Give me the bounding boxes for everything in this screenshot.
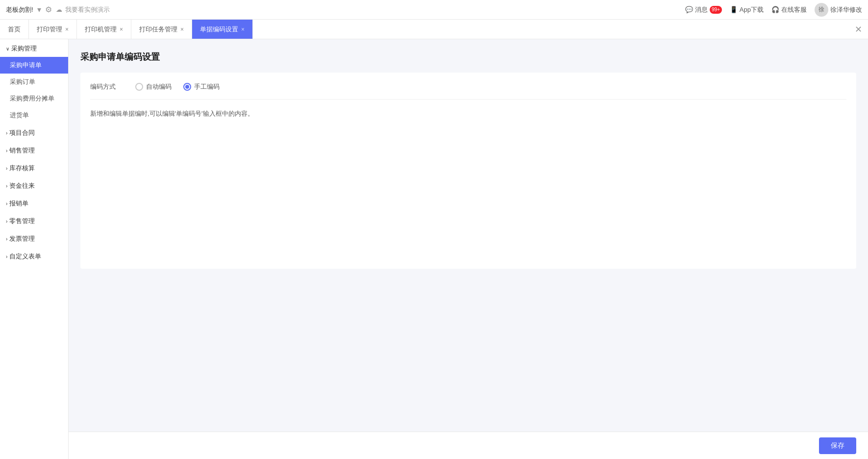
- user-name: 徐泽华修改: [830, 5, 862, 14]
- chevron-sales-icon: ›: [6, 148, 7, 153]
- top-bar-right: 💬 消息 99+ 📱 App下载 🎧 在线客服 徐 徐泽华修改: [685, 3, 862, 17]
- save-button[interactable]: 保存: [819, 437, 856, 454]
- sidebar-item-stock-in[interactable]: 进货单: [0, 107, 68, 124]
- sidebar-group-inventory-label: 库存核算: [9, 164, 35, 173]
- sidebar-item-purchase-order-label: 采购订单: [10, 78, 35, 85]
- chevron-invoice-icon: ›: [6, 236, 7, 242]
- top-bar: 老板勿割! ▾ ⚙ ☁ 我要看实例演示 💬 消息 99+ 📱 App下载 🎧 在…: [0, 0, 868, 20]
- radio-auto[interactable]: 自动编码: [135, 82, 172, 91]
- search-bar[interactable]: ☁ 我要看实例演示: [56, 5, 110, 14]
- sidebar-group-invoice-label: 发票管理: [9, 234, 35, 243]
- sidebar-group-retail: › 零售管理: [0, 212, 68, 230]
- user-menu[interactable]: 徐 徐泽华修改: [815, 3, 862, 17]
- service-icon: 🎧: [771, 6, 779, 13]
- tab-printer-manage-close[interactable]: ×: [120, 26, 123, 33]
- message-badge: 99+: [710, 6, 722, 14]
- sidebar-group-custom-label: 自定义表单: [9, 252, 41, 261]
- cloud-icon: ☁: [56, 6, 62, 13]
- chevron-project-icon: ›: [6, 130, 7, 136]
- sidebar-group-return: › 报销单: [0, 194, 68, 212]
- tab-print-task[interactable]: 打印任务管理 ×: [131, 20, 192, 39]
- main-area: 采购申请单编码设置 编码方式 自动编码 手工编码: [69, 39, 868, 459]
- sidebar-group-project: › 项目合同: [0, 124, 68, 141]
- app-icon: 📱: [730, 6, 738, 13]
- sidebar-group-inventory: › 库存核算: [0, 159, 68, 177]
- tab-print-manage-label: 打印管理: [37, 25, 62, 34]
- message-icon: 💬: [685, 6, 693, 13]
- settings-icon[interactable]: ⚙: [45, 5, 52, 14]
- sidebar-item-purchase-order[interactable]: 采购订单: [0, 74, 68, 90]
- sidebar-group-invoice: › 发票管理: [0, 230, 68, 247]
- online-service-button[interactable]: 🎧 在线客服: [771, 5, 807, 14]
- tab-barcode-setting-label: 单据编码设置: [200, 25, 238, 34]
- sidebar-group-capital-title[interactable]: › 资金往来: [0, 177, 68, 194]
- radio-manual-circle[interactable]: [183, 83, 191, 91]
- chevron-custom-icon: ›: [6, 254, 7, 259]
- chevron-capital-icon: ›: [6, 183, 7, 189]
- sidebar-group-purchase-title[interactable]: ∨ 采购管理: [0, 39, 68, 57]
- sidebar-group-sales-label: 销售管理: [9, 146, 35, 155]
- top-bar-left: 老板勿割! ▾ ⚙ ☁ 我要看实例演示: [6, 5, 110, 14]
- sidebar-group-sales: › 销售管理: [0, 141, 68, 159]
- chevron-purchase-icon: ∨: [6, 46, 9, 51]
- sidebar-group-retail-label: 零售管理: [9, 217, 35, 226]
- sidebar-group-sales-title[interactable]: › 销售管理: [0, 141, 68, 159]
- message-button[interactable]: 💬 消息 99+: [685, 5, 722, 14]
- sidebar-item-purchase-request-label: 采购申请单: [10, 61, 42, 69]
- chevron-return-icon: ›: [6, 201, 7, 206]
- layout: ∨ 采购管理 采购申请单 采购订单 采购费用分摊单 进货单 › 项目合同: [0, 39, 868, 459]
- sidebar-group-invoice-title[interactable]: › 发票管理: [0, 230, 68, 247]
- content-area: 采购申请单编码设置 编码方式 自动编码 手工编码: [69, 39, 868, 432]
- radio-manual-label: 手工编码: [194, 82, 220, 91]
- sidebar-item-purchase-expense-label: 采购费用分摊单: [10, 95, 54, 102]
- chevron-retail-icon: ›: [6, 219, 7, 224]
- tab-print-task-close[interactable]: ×: [180, 26, 184, 33]
- encode-label: 编码方式: [90, 82, 116, 91]
- sidebar-group-purchase: ∨ 采购管理 采购申请单 采购订单 采购费用分摊单 进货单: [0, 39, 68, 124]
- tab-print-task-label: 打印任务管理: [139, 25, 177, 34]
- message-label: 消息: [695, 5, 708, 14]
- radio-auto-label: 自动编码: [146, 82, 172, 91]
- tab-barcode-setting[interactable]: 单据编码设置 ×: [192, 20, 253, 39]
- radio-auto-circle[interactable]: [135, 83, 143, 91]
- tab-print-manage[interactable]: 打印管理 ×: [29, 20, 77, 39]
- tab-home-label: 首页: [8, 25, 21, 34]
- page-title: 采购申请单编码设置: [80, 51, 856, 63]
- settings-card: 编码方式 自动编码 手工编码 新增和编辑单据编时,可以编辑'单编码号'输入框中的…: [80, 73, 856, 269]
- tab-print-manage-close[interactable]: ×: [65, 26, 69, 33]
- app-download-button[interactable]: 📱 App下载: [730, 5, 764, 14]
- avatar: 徐: [815, 3, 828, 17]
- app-download-label: App下载: [740, 5, 764, 14]
- sidebar: ∨ 采购管理 采购申请单 采购订单 采购费用分摊单 进货单 › 项目合同: [0, 39, 69, 459]
- radio-manual[interactable]: 手工编码: [183, 82, 220, 91]
- sidebar-group-capital-label: 资金往来: [9, 181, 35, 190]
- sidebar-group-return-label: 报销单: [9, 199, 28, 208]
- tab-bar-close-all[interactable]: ✕: [855, 24, 862, 35]
- sidebar-item-purchase-request[interactable]: 采购申请单: [0, 57, 68, 74]
- encode-mode-row: 编码方式 自动编码 手工编码: [90, 82, 846, 100]
- tab-printer-manage-label: 打印机管理: [85, 25, 117, 34]
- footer: 保存: [69, 432, 868, 459]
- sidebar-group-return-title[interactable]: › 报销单: [0, 194, 68, 212]
- tab-printer-manage[interactable]: 打印机管理 ×: [77, 20, 131, 39]
- sidebar-group-project-title[interactable]: › 项目合同: [0, 124, 68, 141]
- chevron-inventory-icon: ›: [6, 166, 7, 171]
- tab-barcode-setting-close[interactable]: ×: [241, 26, 245, 33]
- tab-home[interactable]: 首页: [0, 20, 29, 39]
- sidebar-group-inventory-title[interactable]: › 库存核算: [0, 159, 68, 177]
- radio-group-encode: 自动编码 手工编码: [135, 82, 220, 91]
- sidebar-group-custom: › 自定义表单: [0, 247, 68, 265]
- hint-text: 新增和编辑单据编时,可以编辑'单编码号'输入框中的内容。: [90, 109, 846, 118]
- logo-text: 老板勿割!: [6, 5, 33, 14]
- sidebar-group-retail-title[interactable]: › 零售管理: [0, 212, 68, 230]
- sidebar-group-project-label: 项目合同: [9, 128, 35, 137]
- dropdown-icon[interactable]: ▾: [37, 5, 41, 14]
- sidebar-group-custom-title[interactable]: › 自定义表单: [0, 247, 68, 265]
- sidebar-item-purchase-expense[interactable]: 采购费用分摊单: [0, 90, 68, 107]
- search-text[interactable]: 我要看实例演示: [65, 5, 110, 14]
- sidebar-item-stock-in-label: 进货单: [10, 111, 29, 119]
- online-service-label: 在线客服: [781, 5, 807, 14]
- tab-bar: 首页 打印管理 × 打印机管理 × 打印任务管理 × 单据编码设置 × ✕: [0, 20, 868, 39]
- sidebar-group-purchase-label: 采购管理: [11, 44, 37, 53]
- sidebar-group-capital: › 资金往来: [0, 177, 68, 194]
